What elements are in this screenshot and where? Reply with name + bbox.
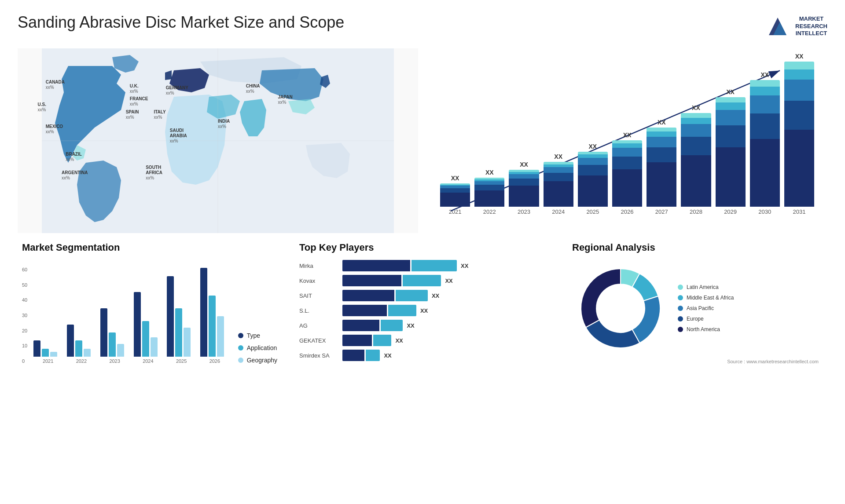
bar-stack [578,152,608,207]
bar-group: XX [750,71,780,207]
seg-bar [109,332,116,357]
player-bar-dark [342,305,387,316]
bar-year-label: 2025 [578,208,608,215]
bar-year-label: 2031 [784,208,814,215]
seg-bar [33,340,40,357]
seg-x-label: 2022 [67,358,96,364]
bar-year-label: 2024 [544,208,573,215]
seg-bar [151,337,158,357]
map-label-france: FRANCExx% [130,96,148,107]
bar-group: XX [509,161,539,207]
page-title: Sanding Abrasive Disc Market Size and Sc… [18,13,344,32]
seg-x-label: 2025 [167,358,196,364]
world-map-section: CANADAxx% U.S.xx% MEXICOxx% BRAZILxx% AR… [18,48,418,233]
regional-legend-dot [678,285,683,290]
player-bar-dark [342,260,410,271]
bar-stack [440,183,470,207]
segmentation-title: Market Segmentation [22,242,277,253]
bar-year-label: 2026 [612,208,642,215]
player-bar-dark [342,290,394,301]
player-bar-light [396,290,428,301]
svg-point-7 [599,286,643,330]
legend-type-label: Type [247,332,260,339]
player-bar-wrap: XX [342,320,546,331]
regional-legend-item: Asia Pacific [678,305,734,311]
player-bar-label: XX [420,307,428,314]
bar-group: XX [440,175,470,207]
player-bar-label: XX [432,292,439,299]
bar-top-label: XX [692,104,700,111]
bar-year-label: 2029 [716,208,746,215]
map-label-uk: U.K.xx% [130,84,139,94]
seg-bar [100,308,107,357]
regional-legend-label: Europe [687,316,704,322]
regional-legend-item: Middle East & Africa [678,295,734,301]
seg-x-label: 2023 [100,358,129,364]
legend-application-label: Application [247,344,277,351]
bar-stack [681,113,711,207]
player-bar-wrap: XX [342,290,546,301]
regional-legend-item: Europe [678,316,734,322]
bar-year-label: 2030 [750,208,780,215]
map-label-china: CHINAxx% [246,84,260,94]
seg-x-labels: 202120222023202420252026 [33,358,229,364]
seg-x-label: 2026 [200,358,229,364]
bar-top-label: XX [589,143,597,150]
player-bar-dark [342,320,379,331]
player-bar-light [373,335,391,346]
seg-bar [142,321,149,357]
bar-group: XX [612,131,642,207]
bar-group: XX [578,143,608,207]
seg-legend: Type Application Geography [234,332,277,364]
seg-bar [75,340,82,357]
player-row: SAITXX [299,290,546,301]
bar-stack [750,80,780,207]
bar-top-label: XX [726,88,735,95]
player-bar-label: XX [445,278,452,284]
player-bar-dark [342,275,401,286]
donut-svg [572,260,669,357]
player-name: SAIT [299,292,339,299]
player-bar-label: XX [461,263,468,269]
bar-year-label: 2023 [509,208,539,215]
seg-bar-group [33,340,62,357]
player-bar-light [388,305,416,316]
seg-bar [217,316,224,357]
player-bar-wrap: XX [342,335,546,346]
regional-title: Regional Analysis [572,242,819,253]
bar-top-label: XX [658,119,666,126]
regional-legend: Latin AmericaMiddle East & AfricaAsia Pa… [678,284,734,332]
map-label-japan: JAPANxx% [278,95,293,105]
bar-stack [647,128,676,207]
player-bar-label: XX [384,352,391,359]
bar-group: XX [716,88,746,207]
player-bar-dark [342,335,372,346]
bar-year-label: 2028 [681,208,711,215]
seg-bar [134,292,141,357]
player-row: Smirdex SAXX [299,350,546,361]
map-label-saudi: SAUDIARABIAxx% [170,128,187,144]
player-name: Mirka [299,263,339,269]
player-name: AG [299,322,339,329]
player-bar-wrap: XX [342,275,546,286]
player-name: Kovax [299,278,339,284]
players-list: MirkaXXKovaxXXSAITXXS.L.XXAGXXGEKATEXXXS… [299,260,546,361]
bar-stack [509,170,539,207]
regional-legend-dot [678,295,683,300]
segmentation-section: Market Segmentation 6050403020100 202120… [18,237,282,378]
bar-top-label: XX [520,161,528,168]
seg-bar [167,276,174,357]
map-label-brazil: BRAZILxx% [66,152,82,162]
logo-icon [764,13,791,40]
seg-bar-group [167,276,196,357]
regional-legend-label: Asia Pacific [687,305,714,311]
player-bar-light [411,260,457,271]
map-label-southafrica: SOUTHAFRICAxx% [146,165,162,181]
bar-top-label: XX [485,169,494,176]
seg-bar [84,349,91,357]
seg-bar-group [200,268,229,357]
donut-container: Latin AmericaMiddle East & AfricaAsia Pa… [572,260,819,357]
source-text: Source : www.marketresearchintellect.com [572,359,819,364]
key-players-title: Top Key Players [299,242,546,253]
bar-top-label: XX [760,71,769,78]
